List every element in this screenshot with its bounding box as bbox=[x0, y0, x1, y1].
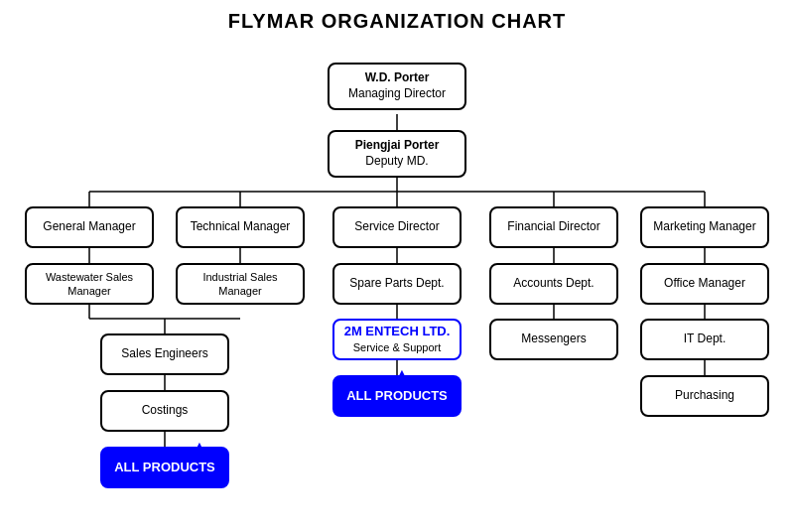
2m-subtitle: Service & Support bbox=[353, 340, 442, 354]
all-products-center-label: ALL PRODUCTS bbox=[346, 388, 448, 405]
technical-manager-label: Technical Manager bbox=[191, 219, 291, 235]
arrow-up-left: ▲ bbox=[193, 438, 206, 454]
industrial-label: Industrial Sales Manager bbox=[202, 270, 277, 299]
office-manager-label: Office Manager bbox=[664, 276, 745, 292]
costings-label: Costings bbox=[142, 403, 189, 419]
deputy-title: Deputy MD. bbox=[365, 154, 428, 170]
service-director-node: Service Director bbox=[332, 206, 462, 248]
md-name: W.D. Porter bbox=[365, 70, 430, 86]
page-title: FLYMAR ORGANIZATION CHART bbox=[10, 10, 784, 33]
sales-engineers-node: Sales Engineers bbox=[100, 333, 229, 375]
page: FLYMAR ORGANIZATION CHART bbox=[0, 0, 794, 532]
deputy-md-node: Piengjai Porter Deputy MD. bbox=[328, 130, 466, 178]
wastewater-label: Wastewater Sales Manager bbox=[46, 270, 133, 299]
general-manager-node: General Manager bbox=[25, 206, 154, 248]
industrial-sales-node: Industrial Sales Manager bbox=[176, 263, 305, 305]
it-dept-label: IT Dept. bbox=[684, 332, 726, 347]
org-chart: W.D. Porter Managing Director Piengjai P… bbox=[10, 43, 784, 519]
sales-engineers-label: Sales Engineers bbox=[121, 346, 207, 362]
service-director-label: Service Director bbox=[354, 219, 439, 235]
wastewater-sales-node: Wastewater Sales Manager bbox=[25, 263, 154, 305]
messengers-node: Messengers bbox=[489, 319, 618, 360]
managing-director-node: W.D. Porter Managing Director bbox=[328, 63, 466, 110]
deputy-name: Piengjai Porter bbox=[355, 138, 440, 154]
purchasing-label: Purchasing bbox=[675, 388, 734, 404]
office-manager-node: Office Manager bbox=[640, 263, 769, 305]
financial-director-node: Financial Director bbox=[489, 206, 618, 248]
financial-director-label: Financial Director bbox=[507, 219, 599, 235]
2m-name: 2M ENTECH LTD. bbox=[344, 324, 451, 340]
all-products-left-label: ALL PRODUCTS bbox=[114, 460, 215, 476]
md-title: Managing Director bbox=[348, 86, 446, 102]
general-manager-label: General Manager bbox=[43, 219, 135, 235]
technical-manager-node: Technical Manager bbox=[176, 206, 305, 248]
2m-entech-node: 2M ENTECH LTD. Service & Support bbox=[332, 319, 462, 360]
marketing-manager-label: Marketing Manager bbox=[653, 219, 755, 235]
costings-node: Costings bbox=[100, 390, 229, 432]
all-products-center-node[interactable]: ALL PRODUCTS bbox=[332, 375, 462, 417]
purchasing-node: Purchasing bbox=[640, 375, 769, 417]
accounts-label: Accounts Dept. bbox=[513, 276, 594, 292]
it-dept-node: IT Dept. bbox=[640, 319, 769, 360]
all-products-left-node[interactable]: ALL PRODUCTS bbox=[100, 447, 229, 488]
spare-parts-label: Spare Parts Dept. bbox=[349, 276, 444, 292]
arrow-up-center: ▲ bbox=[395, 365, 409, 381]
spare-parts-node: Spare Parts Dept. bbox=[332, 263, 462, 305]
accounts-dept-node: Accounts Dept. bbox=[489, 263, 618, 305]
marketing-manager-node: Marketing Manager bbox=[640, 206, 769, 248]
messengers-label: Messengers bbox=[521, 332, 586, 347]
